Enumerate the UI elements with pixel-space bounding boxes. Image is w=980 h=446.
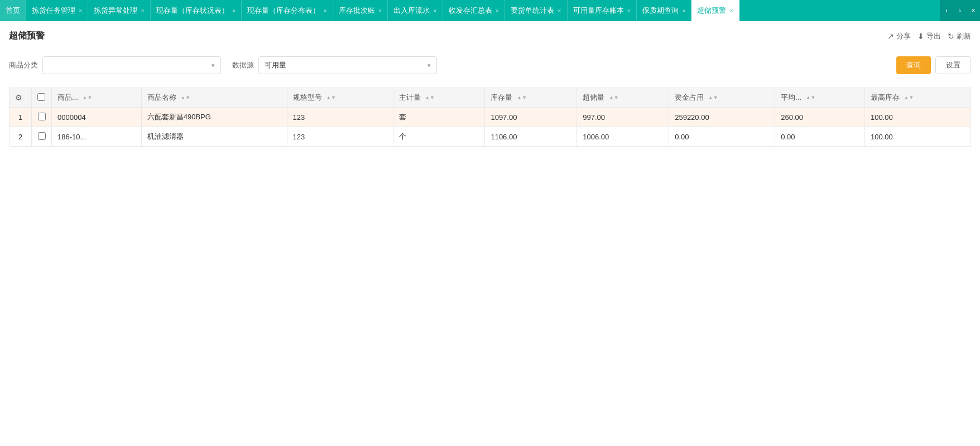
table-header-row: ⚙ 商品... ▲▼ 商品名称 ▲▼ 规格型号 ▲▼ 主计 xyxy=(9,88,971,108)
nav-tab-home-label: 首页 xyxy=(6,6,20,16)
row-overstock-0: 997.00 xyxy=(577,108,669,127)
setting-button[interactable]: 设置 xyxy=(935,56,971,74)
row-unit-0: 套 xyxy=(393,108,485,127)
col-max-stock-label: 最高库存 xyxy=(871,93,900,101)
sort-product-name-icon: ▲▼ xyxy=(180,95,190,100)
row-max-stock-0: 100.00 xyxy=(864,108,971,127)
filter-buttons: 查询 设置 xyxy=(896,56,971,74)
row-product-name-1: 机油滤清器 xyxy=(141,127,287,147)
row-num-0: 1 xyxy=(9,108,32,127)
row-checkbox-0[interactable] xyxy=(32,108,52,127)
col-product-code[interactable]: 商品... ▲▼ xyxy=(52,88,142,108)
top-nav: 首页 拣货任务管理 × 拣货异常处理 × 现存量（库存状况表） × 现存量（库存… xyxy=(0,0,980,21)
nav-tab-overstock-alert[interactable]: 超储预警 × xyxy=(691,0,739,21)
col-product-name[interactable]: 商品名称 ▲▼ xyxy=(141,88,287,108)
nav-tab-inventory-status[interactable]: 现存量（库存状况表） × xyxy=(151,0,242,21)
col-capital-label: 资金占用 xyxy=(675,93,704,101)
nav-expand-arrow[interactable]: × xyxy=(967,0,980,21)
row-spec-0: 123 xyxy=(287,108,393,127)
row-max-stock-1: 100.00 xyxy=(864,127,971,147)
col-capital[interactable]: 资金占用 ▲▼ xyxy=(669,88,775,108)
row-capital-0: 259220.00 xyxy=(669,108,775,127)
nav-arrows: ‹ › × xyxy=(940,0,980,21)
datasource-filter: 数据源 可用量 ▾ xyxy=(232,56,437,74)
share-icon: ↗ xyxy=(887,32,894,41)
row-num-1: 2 xyxy=(9,127,32,147)
row-select-0[interactable] xyxy=(38,113,46,120)
row-product-name-0: 六配套新昌490BPG xyxy=(141,108,287,127)
nav-tab-batch[interactable]: 库存批次账 × xyxy=(333,0,388,21)
sort-unit-icon: ▲▼ xyxy=(425,95,435,100)
nav-tab-available-account-label: 可用量库存账本 xyxy=(573,6,624,16)
sort-capital-icon: ▲▼ xyxy=(708,95,718,100)
nav-tab-inventory-dist-close[interactable]: × xyxy=(323,7,326,14)
col-unit[interactable]: 主计量 ▲▼ xyxy=(393,88,485,108)
export-button[interactable]: ⬇ 导出 xyxy=(917,31,941,41)
header-actions: ↗ 分享 ⬇ 导出 ↻ 刷新 xyxy=(887,31,971,41)
col-overstock[interactable]: 超储量 ▲▼ xyxy=(577,88,669,108)
nav-tab-inventory-status-close[interactable]: × xyxy=(232,7,236,14)
table-row: 1 0000004 六配套新昌490BPG 123 套 1097.00 997.… xyxy=(9,108,971,127)
nav-tab-order-stats-close[interactable]: × xyxy=(558,7,561,14)
nav-tab-available-account[interactable]: 可用量库存账本 × xyxy=(568,0,637,21)
nav-tab-order-stats[interactable]: 要货单统计表 × xyxy=(505,0,567,21)
row-select-1[interactable] xyxy=(38,132,46,140)
nav-tab-available-account-close[interactable]: × xyxy=(627,7,631,14)
page-title: 超储预警 xyxy=(9,30,45,42)
row-checkbox-1[interactable] xyxy=(32,127,52,147)
nav-tab-inventory-status-label: 现存量（库存状况表） xyxy=(156,6,229,16)
row-product-code-1: 186-10... xyxy=(52,127,142,147)
category-select[interactable]: ▾ xyxy=(42,56,221,74)
nav-tab-collect-summary[interactable]: 收发存汇总表 × xyxy=(443,0,505,21)
nav-tab-collect-summary-label: 收发存汇总表 xyxy=(449,6,492,16)
page-container: 超储预警 ↗ 分享 ⬇ 导出 ↻ 刷新 商品分类 ▾ 数据源 xyxy=(0,21,980,446)
datasource-dropdown-icon: ▾ xyxy=(427,62,431,69)
sort-avg-icon: ▲▼ xyxy=(806,95,816,100)
nav-prev-arrow[interactable]: ‹ xyxy=(940,0,953,21)
nav-tab-collect-summary-close[interactable]: × xyxy=(496,7,499,14)
col-max-stock[interactable]: 最高库存 ▲▼ xyxy=(864,88,971,108)
sort-spec-icon: ▲▼ xyxy=(326,95,336,100)
nav-tab-quality-check[interactable]: 保质期查询 × xyxy=(637,0,691,21)
refresh-label: 刷新 xyxy=(957,31,971,41)
col-stock[interactable]: 库存量 ▲▼ xyxy=(485,88,577,108)
nav-tab-exception-close[interactable]: × xyxy=(141,7,144,14)
nav-tab-inout-flow[interactable]: 出入库流水 × xyxy=(388,0,443,21)
nav-tab-overstock-alert-close[interactable]: × xyxy=(729,7,733,14)
nav-tab-batch-close[interactable]: × xyxy=(378,7,382,14)
row-avg-0: 260.00 xyxy=(775,108,865,127)
nav-tab-inout-flow-close[interactable]: × xyxy=(433,7,436,14)
col-spec-label: 规格型号 xyxy=(293,93,322,101)
select-all-checkbox[interactable] xyxy=(37,93,45,101)
col-spec[interactable]: 规格型号 ▲▼ xyxy=(287,88,393,108)
row-capital-1: 0.00 xyxy=(669,127,775,147)
export-icon: ⬇ xyxy=(917,32,924,41)
col-settings[interactable]: ⚙ xyxy=(9,88,32,108)
datasource-label: 数据源 xyxy=(232,60,254,70)
col-avg[interactable]: 平均... ▲▼ xyxy=(775,88,865,108)
nav-tab-task-mgmt-label: 拣货任务管理 xyxy=(32,6,75,16)
nav-tab-task-mgmt-close[interactable]: × xyxy=(79,7,82,14)
col-overstock-label: 超储量 xyxy=(583,93,604,101)
datasource-select[interactable]: 可用量 ▾ xyxy=(258,56,437,74)
nav-tab-inventory-dist[interactable]: 现存量（库存分布表） × xyxy=(242,0,333,21)
nav-tab-home[interactable]: 首页 xyxy=(0,0,26,21)
sort-stock-icon: ▲▼ xyxy=(517,95,527,100)
sort-product-code-icon: ▲▼ xyxy=(82,95,92,100)
row-overstock-1: 1006.00 xyxy=(577,127,669,147)
nav-tab-exception[interactable]: 拣货异常处理 × xyxy=(88,0,150,21)
col-product-name-label: 商品名称 xyxy=(147,93,176,101)
category-filter: 商品分类 ▾ xyxy=(9,56,221,74)
nav-tab-inout-flow-label: 出入库流水 xyxy=(393,6,430,16)
sort-max-stock-icon: ▲▼ xyxy=(904,95,914,100)
share-button[interactable]: ↗ 分享 xyxy=(887,31,911,41)
nav-tab-task-mgmt[interactable]: 拣货任务管理 × xyxy=(26,0,88,21)
share-label: 分享 xyxy=(896,31,911,41)
nav-next-arrow[interactable]: › xyxy=(953,0,967,21)
col-product-code-label: 商品... xyxy=(57,93,78,101)
row-spec-1: 123 xyxy=(287,127,393,147)
refresh-button[interactable]: ↻ 刷新 xyxy=(948,31,971,41)
query-button[interactable]: 查询 xyxy=(896,56,931,74)
row-product-code-0: 0000004 xyxy=(52,108,142,127)
nav-tab-quality-check-close[interactable]: × xyxy=(682,7,685,14)
